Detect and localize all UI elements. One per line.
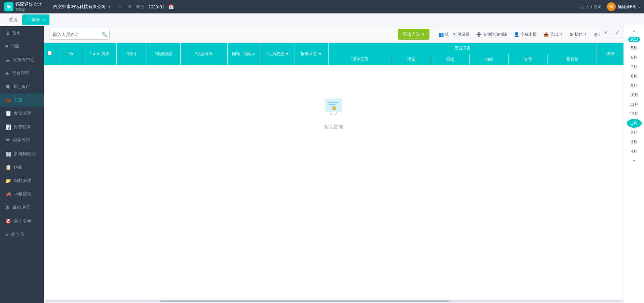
date-month-1[interactable]: 1月: [627, 119, 642, 128]
sub-col-pension: 养老金: [547, 54, 597, 65]
svg-rect-2: [329, 102, 339, 103]
user-name: 畅捷通B组...: [618, 4, 640, 10]
sidebar-item-ledger[interactable]: ≡ 总账: [0, 40, 44, 53]
archive-icon: 📁: [5, 178, 11, 183]
action-social-security[interactable]: 👥 统一社保设置: [437, 30, 471, 39]
inventory-icon: 📊: [5, 124, 11, 130]
cloud-report-icon: ☁: [5, 57, 10, 62]
sidebar-item-assets[interactable]: ▣ 固定资产: [0, 80, 44, 93]
col-checkbox[interactable]: [44, 43, 56, 65]
close-books-icon: 📋: [5, 165, 11, 170]
calendar-icon[interactable]: 📅: [168, 4, 174, 9]
action-social-security-label: 统一社保设置: [445, 32, 469, 37]
date-month-9[interactable]: 9月: [627, 81, 642, 90]
date-nav-up[interactable]: ▲: [630, 27, 638, 35]
date-month-6[interactable]: 6月: [627, 53, 642, 62]
sidebar-label-expense: 小畅报销: [14, 191, 31, 197]
salary-icon: 💼: [5, 97, 11, 103]
empty-icon: 😐: [320, 92, 347, 119]
sidebar-item-archive[interactable]: 📁 归档管理: [0, 174, 44, 187]
multi-org-icon: 🏢: [5, 151, 11, 157]
window-maximize-button[interactable]: ⤢: [612, 26, 624, 39]
add-person-chevron-icon: ▼: [421, 33, 425, 36]
guide-toolbar-icon: ◎: [594, 32, 598, 37]
sidebar-item-guide[interactable]: 🎯 新手引导: [0, 214, 44, 228]
sidebar-label-home: 首页: [12, 30, 21, 36]
horizontal-scrollbar[interactable]: [44, 299, 624, 303]
action-export[interactable]: 📤 导出 ▼: [541, 30, 565, 39]
col-personnel-status[interactable]: *人员状态 ▼: [261, 43, 295, 65]
logo-text-block: 畅应通好会计 旗舰版: [15, 2, 42, 12]
date-month-7[interactable]: 7月: [627, 62, 642, 71]
col-dept: *部门: [116, 43, 147, 65]
col-name[interactable]: * ▲▼ 姓名: [83, 43, 116, 65]
scroll-thumb[interactable]: [160, 300, 449, 302]
sidebar-item-invoice[interactable]: 🧾 发票管理: [0, 107, 44, 120]
salary-table: 工号 * ▲▼ 姓名 *部门 *证型类型 *证型号码: [44, 43, 624, 157]
tab-salary-label: 工资表: [27, 17, 40, 23]
add-person-button[interactable]: 添加人员 ▼: [398, 29, 429, 40]
app-logo-icon: 畅: [4, 2, 13, 11]
sidebar-item-close-books[interactable]: 📋 结账: [0, 161, 44, 174]
sidebar-label-salary: 工资: [14, 97, 23, 103]
divider-1: [433, 31, 433, 37]
settings-sidebar-icon: ⚙: [5, 205, 10, 210]
sidebar-label-invoice: 发票管理: [14, 111, 31, 117]
service-button[interactable]: 🎧 人工咨询: [579, 4, 602, 10]
sidebar-label-cloud-report: 云报表中心: [13, 57, 35, 63]
sub-col-performance: 绩效: [431, 54, 470, 65]
sidebar-label-guide: 新手引导: [14, 218, 31, 224]
date-panel: ▲ 2023 5月 6月 7月 8月 9月 10月 11月 12月 1月 2月 …: [624, 26, 644, 303]
date-nav-down[interactable]: ▼: [630, 157, 638, 165]
settings-icon[interactable]: ⚙: [126, 3, 134, 10]
col-report-status[interactable]: 报送状态 ▼: [295, 43, 328, 65]
app-name: 畅应通好会计: [15, 2, 42, 7]
tab-salary-close-icon[interactable]: ×: [43, 18, 45, 22]
sidebar-item-fund[interactable]: ◈ 资金管理: [0, 67, 44, 80]
tax-icon: 🏛: [5, 138, 10, 143]
sub-col-deduction: 扣款: [470, 54, 509, 65]
company-selector[interactable]: 西安虾米网络科技有限公司 ▼: [53, 4, 111, 10]
add-company-icon[interactable]: ＋: [116, 3, 124, 10]
user-area[interactable]: 畅 畅捷通B组...: [607, 2, 640, 11]
ledger-icon: ≡: [5, 44, 8, 49]
action-tax-filing[interactable]: 👤 个税申报: [512, 30, 539, 39]
top-header: 畅 畅应通好会计 旗舰版 西安虾米网络科技有限公司 ▼ ＋ ⚙ 账期 2023-…: [0, 0, 644, 13]
date-month-5[interactable]: 5月: [627, 44, 642, 52]
expense-icon: 📣: [5, 191, 11, 197]
operations-icon: ⚙: [569, 32, 573, 37]
sidebar: ⊞ 首页 ≡ 总账 ☁ 云报表中心 ◈ 资金管理 ▣ 固定资产 💼 工资 🧾 发…: [0, 26, 44, 303]
header-right: 🎧 人工咨询 畅 畅捷通B组...: [579, 2, 640, 11]
sidebar-item-inventory[interactable]: 📊 库存核算: [0, 120, 44, 134]
tab-bar: 首页 工资表 ×: [0, 13, 644, 26]
guide-icon: 🎯: [5, 218, 11, 224]
sidebar-item-multi-org[interactable]: 🏢 多机构管理: [0, 147, 44, 161]
select-all-checkbox[interactable]: [47, 51, 52, 55]
sidebar-item-settings[interactable]: ⚙ 基础设置: [0, 201, 44, 214]
date-month-3[interactable]: 3月: [627, 138, 642, 146]
svg-line-6: [330, 113, 332, 115]
tab-home[interactable]: 首页: [4, 14, 22, 25]
tab-salary[interactable]: 工资表 ×: [22, 14, 49, 25]
sidebar-item-expense[interactable]: 📣 小畅报销: [0, 187, 44, 201]
action-special-deduction[interactable]: ➕ 专项附加扣除: [474, 30, 509, 39]
date-month-4[interactable]: 4月: [627, 147, 642, 156]
sub-col-total: 合计: [508, 54, 547, 65]
date-year-badge[interactable]: 2023: [628, 37, 640, 42]
sidebar-item-home[interactable]: ⊞ 首页: [0, 26, 44, 40]
date-month-10[interactable]: 10月: [627, 91, 642, 99]
sidebar-label-inventory: 库存核算: [14, 124, 31, 130]
search-input[interactable]: [49, 29, 110, 40]
sidebar-item-tax[interactable]: 🏛 税务管理: [0, 134, 44, 147]
sidebar-item-salary[interactable]: 💼 工资: [0, 93, 44, 107]
date-month-2[interactable]: 2月: [627, 128, 642, 137]
special-deduction-icon: ➕: [476, 32, 482, 37]
sidebar-item-cloud-report[interactable]: ☁ 云报表中心: [0, 53, 44, 67]
window-close-button[interactable]: ×: [600, 26, 612, 39]
sidebar-item-member[interactable]: V 畅会员: [0, 228, 44, 241]
date-month-8[interactable]: 8月: [627, 72, 642, 81]
sidebar-label-fund: 资金管理: [12, 70, 29, 76]
date-month-11[interactable]: 11月: [627, 100, 642, 109]
action-operations[interactable]: ⚙ 操作 ▼: [567, 30, 589, 39]
date-month-12[interactable]: 12月: [627, 110, 642, 118]
